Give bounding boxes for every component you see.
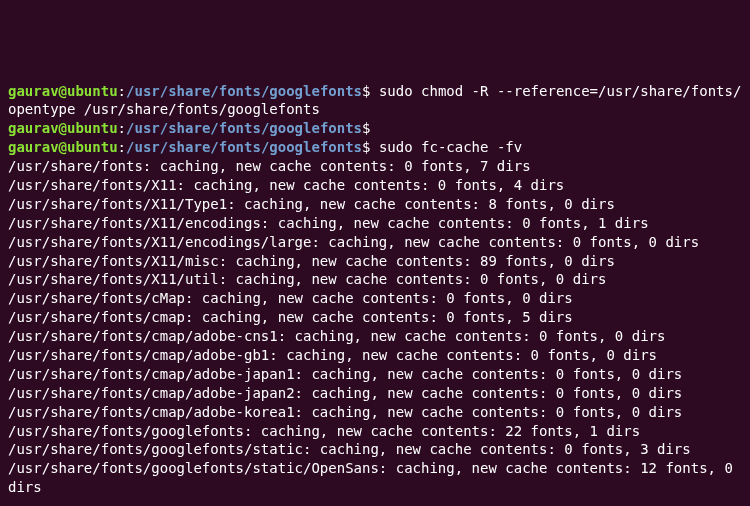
prompt-user: gaurav [8, 83, 59, 99]
prompt-at: @ [59, 120, 67, 136]
prompt-colon: : [118, 83, 126, 99]
output-line: /usr/share/fonts/googlefonts/static: cac… [8, 440, 742, 459]
prompt-host: ubuntu [67, 83, 118, 99]
prompt-at: @ [59, 139, 67, 155]
prompt-path: /usr/share/fonts/googlefonts [126, 120, 362, 136]
output-line: /usr/share/fonts/cmap/adobe-japan1: cach… [8, 365, 742, 384]
output-line: /usr/share/fonts/X11: caching, new cache… [8, 176, 742, 195]
output-line: /usr/share/fonts/cmap: caching, new cach… [8, 308, 742, 327]
prompt-line-1: gaurav@ubuntu:/usr/share/fonts/googlefon… [8, 82, 742, 120]
output-line: /usr/share/fonts/googlefonts/static/Open… [8, 459, 742, 497]
output-line: /usr/share/fonts/X11/encodings/large: ca… [8, 233, 742, 252]
output-line: /usr/share/fonts/cmap/adobe-japan2: cach… [8, 384, 742, 403]
prompt-user: gaurav [8, 120, 59, 136]
prompt-host: ubuntu [67, 139, 118, 155]
prompt-path: /usr/share/fonts/googlefonts [126, 139, 362, 155]
output-line: /usr/share/fonts/cmap/adobe-gb1: caching… [8, 346, 742, 365]
prompt-at: @ [59, 83, 67, 99]
terminal-output[interactable]: gaurav@ubuntu:/usr/share/fonts/googlefon… [8, 82, 742, 498]
prompt-dollar: $ [362, 139, 379, 155]
prompt-colon: : [118, 120, 126, 136]
prompt-colon: : [118, 139, 126, 155]
output-line: /usr/share/fonts: caching, new cache con… [8, 157, 742, 176]
output-line: /usr/share/fonts/cmap/adobe-korea1: cach… [8, 403, 742, 422]
output-line: /usr/share/fonts/cmap/adobe-cns1: cachin… [8, 327, 742, 346]
output-line: /usr/share/fonts/cMap: caching, new cach… [8, 289, 742, 308]
output-line: /usr/share/fonts/X11/encodings: caching,… [8, 214, 742, 233]
output-line: /usr/share/fonts/X11/Type1: caching, new… [8, 195, 742, 214]
prompt-path: /usr/share/fonts/googlefonts [126, 83, 362, 99]
prompt-user: gaurav [8, 139, 59, 155]
command-fc-cache: sudo fc-cache -fv [379, 139, 522, 155]
prompt-line-3: gaurav@ubuntu:/usr/share/fonts/googlefon… [8, 138, 742, 157]
prompt-dollar: $ [362, 120, 379, 136]
prompt-line-2: gaurav@ubuntu:/usr/share/fonts/googlefon… [8, 119, 742, 138]
prompt-dollar: $ [362, 83, 379, 99]
output-line: /usr/share/fonts/X11/util: caching, new … [8, 270, 742, 289]
prompt-host: ubuntu [67, 120, 118, 136]
output-line: /usr/share/fonts/X11/misc: caching, new … [8, 252, 742, 271]
output-line: /usr/share/fonts/googlefonts: caching, n… [8, 422, 742, 441]
